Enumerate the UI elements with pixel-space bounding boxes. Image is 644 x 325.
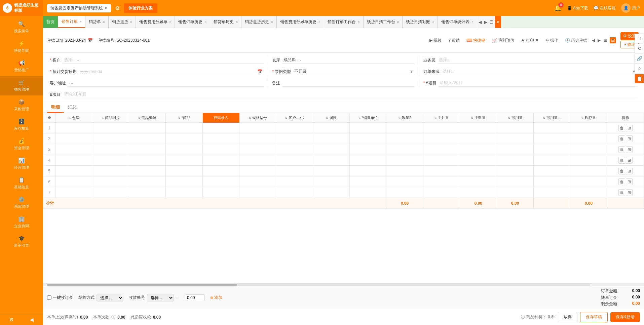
sidebar-item-search[interactable]: 🔍 搜索菜单 [0, 17, 43, 37]
row-product-7[interactable] [166, 187, 202, 198]
row-warehouse-5[interactable] [55, 166, 92, 176]
tab-close-icon[interactable]: × [471, 20, 473, 24]
row-qty2-4[interactable] [386, 155, 423, 166]
row-scan-3[interactable] [202, 144, 239, 155]
tab-sales-order-history[interactable]: 销售订单历史 × [175, 16, 210, 28]
row-main-qty-3[interactable] [460, 144, 497, 155]
row-product-4[interactable] [166, 155, 202, 166]
row-delete-btn-6[interactable]: 🗑 [618, 178, 625, 185]
tab-sales-stats[interactable]: 销售订单统计表 × [438, 16, 477, 28]
row-scan-6[interactable] [202, 176, 239, 187]
address-input[interactable]: ··· [68, 79, 264, 87]
row-copy-btn-2[interactable]: ⊞ [626, 135, 633, 142]
row-unit-1[interactable] [350, 123, 386, 133]
row-unit-5[interactable] [350, 166, 386, 176]
preview-btn[interactable]: ▶ 视频 [427, 37, 444, 44]
calendar-icon[interactable]: 📅 [88, 38, 93, 43]
rp-icon-1[interactable]: □ [635, 34, 644, 43]
tab-sales-invoice[interactable]: 销货单 × [85, 16, 109, 28]
delivery-date-input[interactable]: yyyy-mm-dd 📅 [79, 68, 264, 75]
row-stock-7[interactable] [570, 187, 607, 198]
row-copy-btn-3[interactable]: ⊞ [626, 146, 633, 153]
tab-close-icon[interactable]: × [80, 20, 82, 24]
row-main-qty-6[interactable] [460, 176, 497, 187]
row-attr-6[interactable] [313, 176, 349, 187]
row-product-2[interactable] [166, 133, 202, 144]
row-attr-7[interactable] [313, 187, 349, 198]
user-menu[interactable]: 👤 用户 [621, 3, 640, 13]
row-cust-note-2[interactable] [276, 133, 313, 144]
notification-icon[interactable]: 🔔8 [554, 4, 562, 12]
row-attr-2[interactable] [313, 133, 349, 144]
tab-invoice-history[interactable]: 销货单历史 × [210, 16, 241, 28]
sidebar-item-marketing[interactable]: 📢 营销推广 [0, 56, 43, 76]
row-available2-6[interactable] [533, 176, 570, 187]
nav-prev-icon[interactable]: ◀ [592, 38, 595, 43]
print-btn[interactable]: 🖨 打印 ▼ [519, 37, 541, 44]
sidebar-item-enterprise[interactable]: 🏢 企业协同 [0, 212, 43, 232]
tab-nav-next[interactable]: ▶ [483, 16, 489, 28]
row-available2-1[interactable] [533, 123, 570, 133]
row-available-5[interactable] [497, 166, 533, 176]
sidebar-item-basic[interactable]: 📋 基础信息 [0, 173, 43, 193]
shortcut-btn[interactable]: ⌨ 快捷键 [464, 37, 487, 44]
tab-daily-workbench[interactable]: 钱货日清工作台 × [364, 16, 403, 28]
tab-close-icon[interactable]: × [169, 20, 172, 24]
help-btn[interactable]: ? 帮助 [446, 37, 462, 44]
row-warehouse-3[interactable] [55, 144, 92, 155]
sidebar-item-system[interactable]: ⚙️ 系统管理 [0, 193, 43, 212]
warehouse-input[interactable]: 成品库 ··· [282, 56, 415, 64]
row-main-qty-4[interactable] [460, 155, 497, 166]
row-cust-note-1[interactable] [276, 123, 313, 133]
sidebar-item-quick[interactable]: ⚡ 快捷导航 [0, 37, 43, 56]
row-available-4[interactable] [497, 155, 533, 166]
a-project-input[interactable]: 请输入A项目 [439, 79, 637, 87]
row-delete-btn-4[interactable]: 🗑 [618, 157, 625, 164]
row-warehouse-4[interactable] [55, 155, 92, 166]
row-qty2-5[interactable] [386, 166, 423, 176]
row-attr-1[interactable] [313, 123, 349, 133]
solution-button[interactable]: 体验行业方案 [124, 3, 157, 13]
save-new-button[interactable]: 保存&新增 [610, 312, 640, 322]
row-available-2[interactable] [497, 133, 533, 144]
tab-order-workbench[interactable]: 销售订单工作台 × [324, 16, 364, 28]
row-stock-6[interactable] [570, 176, 607, 187]
row-main-unit-5[interactable] [423, 166, 460, 176]
row-available2-3[interactable] [533, 144, 570, 155]
row-code-4[interactable] [129, 155, 165, 166]
quick-collect-check[interactable] [47, 295, 51, 300]
system-title[interactable]: 装备及固定资产辅助管理系统 ▼ [47, 4, 111, 12]
row-warehouse-2[interactable] [55, 133, 92, 144]
tab-sales-expense[interactable]: 销售费用分摊单 × [136, 16, 175, 28]
row-qty2-1[interactable] [386, 123, 423, 133]
invoice-type-select[interactable]: 不开票 ▼ [293, 68, 415, 75]
row-unit-6[interactable] [350, 176, 386, 187]
collapse-icon[interactable]: ◀ [30, 317, 34, 322]
row-scan-4[interactable] [202, 155, 239, 166]
date-picker-icon[interactable]: 📅 [257, 69, 262, 74]
tab-close-icon[interactable]: × [271, 20, 273, 24]
row-copy-btn-6[interactable]: ⊞ [626, 178, 633, 185]
row-stock-5[interactable] [570, 166, 607, 176]
row-spec-7[interactable] [239, 187, 276, 198]
tab-nav-close[interactable]: ✕ [495, 16, 501, 28]
discard-button[interactable]: 放弃 [558, 312, 577, 322]
row-unit-2[interactable] [350, 133, 386, 144]
row-available-1[interactable] [497, 123, 533, 133]
row-spec-2[interactable] [239, 133, 276, 144]
note-input[interactable] [282, 79, 415, 87]
topbar-gear-icon[interactable]: ⚙ [114, 4, 121, 13]
row-cust-note-6[interactable] [276, 176, 313, 187]
row-copy-btn-1[interactable]: ⊞ [626, 125, 633, 131]
row-qty2-7[interactable] [386, 187, 423, 198]
rp-icon-5[interactable]: 📋 [635, 74, 644, 83]
row-cust-note-3[interactable] [276, 144, 313, 155]
row-available-3[interactable] [497, 144, 533, 155]
sidebar-item-purchase[interactable]: 📦 采购管理 [0, 95, 43, 115]
order-source-select[interactable]: 选择... ▼ [442, 68, 637, 75]
row-copy-btn-5[interactable]: ⊞ [626, 168, 633, 174]
row-copy-btn-4[interactable]: ⊞ [626, 157, 633, 164]
tab-close-icon[interactable]: × [236, 20, 238, 24]
tab-close-icon[interactable]: × [397, 20, 399, 24]
sidebar-item-sales[interactable]: 🛒 销售管理 [0, 76, 43, 95]
